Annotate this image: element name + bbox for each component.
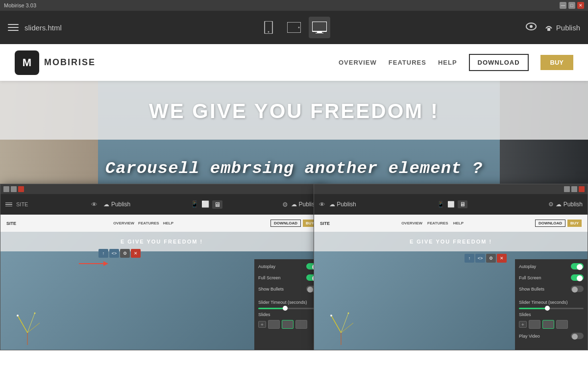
nav-link-features[interactable]: FEATURES <box>389 59 426 66</box>
n2-fullscreen-toggle[interactable] <box>571 274 584 281</box>
nested-slide-2[interactable] <box>282 320 294 329</box>
nav-links: OVERVIEW FEATURES HELP DOWNLOAD BUY <box>339 54 573 71</box>
nested2-toolbar: 👁 ☁ Publish 📱 ⬜ 🖥 ⚙ ☁ Publish <box>314 194 588 215</box>
nested2-publish2[interactable]: ☁ Publish <box>556 201 583 208</box>
brand-name: MOBIRISE <box>44 57 96 68</box>
download-button[interactable]: DOWNLOAD <box>469 54 529 71</box>
nested-bet-del[interactable]: ✕ <box>131 249 141 258</box>
n2-timer-slider[interactable] <box>519 308 584 309</box>
n2-slider-thumb[interactable] <box>545 306 550 311</box>
slide-title: Carousell embrsing another element ? <box>105 159 483 178</box>
toolbar-left: sliders.html <box>8 24 62 32</box>
nested2-preview-icon[interactable]: 👁 <box>319 201 325 208</box>
nested-slider-thumb[interactable] <box>283 306 288 311</box>
nested-menu-icon[interactable] <box>5 202 12 207</box>
desktop-view-button[interactable] <box>309 17 330 38</box>
menu-button[interactable] <box>8 24 19 31</box>
nested2-bet-del[interactable]: ✕ <box>497 254 507 263</box>
n2-bullets-toggle[interactable] <box>571 286 584 292</box>
nested-dl-btn[interactable]: DOWNLOAD <box>270 220 301 227</box>
maximize-button[interactable]: □ <box>568 2 575 9</box>
n2-slides-label: Slides <box>519 312 584 317</box>
nested2-bet-gear[interactable]: ⚙ <box>486 254 496 263</box>
nav-link-help[interactable]: HELP <box>438 59 457 66</box>
nested2-mobile[interactable]: 📱 <box>437 201 444 208</box>
publish-button[interactable]: Publish <box>544 24 580 32</box>
nested-bet-code[interactable]: <> <box>109 249 119 258</box>
n2-slide-2[interactable] <box>542 320 554 329</box>
hero-title: WE GIVE YOU FREEDOM ! <box>0 86 588 123</box>
n2-autoplay-row: Autoplay <box>519 263 584 270</box>
device-switcher <box>258 17 330 38</box>
nested2-hero-title: E GIVE YOU FREEDOM ! <box>410 239 492 245</box>
nav-link-overview[interactable]: OVERVIEW <box>339 59 377 66</box>
nested-desktop-btn[interactable]: 🖥 <box>212 200 222 209</box>
nested2-device-btns: 📱 ⬜ 🖥 <box>437 200 467 208</box>
nested-preview-btn[interactable]: 👁 <box>88 200 100 209</box>
nested2-publish-label[interactable]: ☁ Publish <box>329 201 356 208</box>
nested-add-slide-btn[interactable]: + <box>258 321 266 328</box>
nested-slide-1[interactable] <box>268 320 280 329</box>
nested2-download-btn[interactable]: DOWNLOAD <box>535 220 565 227</box>
close-button[interactable]: ✕ <box>577 2 584 9</box>
nested-slides-section: Slides + <box>258 312 319 329</box>
nested2-buy-btn[interactable]: BUY <box>567 220 582 227</box>
svg-line-31 <box>331 316 341 333</box>
nested2-bet-up[interactable]: ↑ <box>465 254 474 263</box>
nested2-tablet[interactable]: ⬜ <box>447 201 455 208</box>
nested-timer-slider[interactable] <box>258 308 319 309</box>
n2-slide-3[interactable] <box>556 320 568 329</box>
n2-slide-1[interactable] <box>529 320 540 329</box>
svg-marker-30 <box>103 261 108 266</box>
nested-slides-label: Slides <box>258 312 319 317</box>
svg-rect-5 <box>317 31 322 33</box>
n2-playvideo-label: Play Video <box>519 334 540 339</box>
nested-bet-gear[interactable]: ⚙ <box>120 249 130 258</box>
n2-fullscreen-label: Full Screen <box>519 275 541 280</box>
n2-slides-section: Slides + <box>519 312 584 329</box>
mobile-view-button[interactable] <box>258 17 279 38</box>
window-titlebar: Mobirise 3.03 — □ ✕ <box>0 0 588 11</box>
toolbar-right: Publish <box>526 22 580 33</box>
svg-point-35 <box>348 313 349 314</box>
nested-device-switcher: 👁 ☁ Publish <box>88 200 130 209</box>
preview-button[interactable] <box>526 22 537 33</box>
nested2-sparkle <box>324 311 358 345</box>
svg-point-1 <box>268 31 270 33</box>
svg-point-26 <box>17 315 19 317</box>
minimize-button[interactable]: — <box>560 2 566 9</box>
n2-playvideo-row: Play Video <box>519 333 584 339</box>
nested2-bet-code[interactable]: <> <box>475 254 485 263</box>
nested2-block-toolbar: ↑ <> ⚙ ✕ <box>465 254 507 263</box>
nested2-settings-icon[interactable]: ⚙ <box>548 201 554 208</box>
nested2-desktop[interactable]: 🖥 <box>458 200 467 208</box>
buy-button[interactable]: BUY <box>540 55 573 70</box>
nested-tablet-btn[interactable]: ⬜ <box>201 200 209 209</box>
nested-autoplay-row: Autoplay <box>258 263 319 270</box>
nested-screenshot-right: 👁 ☁ Publish 📱 ⬜ 🖥 ⚙ ☁ Publish SIT <box>314 184 588 350</box>
n2-playvideo-toggle[interactable] <box>571 333 584 339</box>
nested2-titlebar <box>314 184 588 194</box>
svg-rect-6 <box>316 33 323 33</box>
nested-settings-icon[interactable]: ⚙ <box>282 201 288 208</box>
n2-fullscreen-row: Full Screen <box>519 274 584 281</box>
nested2-left: 👁 ☁ Publish <box>319 201 356 208</box>
nested2-right: ⚙ ☁ Publish <box>548 201 583 208</box>
nested-ctrl-close <box>18 186 24 192</box>
nested-filename: SITE <box>16 201 28 207</box>
tablet-view-button[interactable] <box>283 17 305 38</box>
nested-autoplay-label: Autoplay <box>258 264 275 269</box>
nested-mobile-btn[interactable]: 📱 <box>191 200 198 209</box>
nested-slide-3[interactable] <box>295 320 307 329</box>
n2-add-slide-btn[interactable]: + <box>519 321 527 328</box>
nested-timer-row: Slider Timeout (seconds) <box>258 297 319 309</box>
nested-arrow <box>79 256 108 273</box>
n2-autoplay-toggle[interactable] <box>571 263 584 270</box>
nested-publish-btn[interactable]: ☁ Publish <box>103 201 130 208</box>
nested-ctrl-min <box>3 186 9 192</box>
svg-rect-9 <box>547 28 550 31</box>
nested-site-nav: SITE OVERVIEW FEATURES HELP DOWNLOAD BUY <box>0 215 323 232</box>
nested-bullets-label: Show Bullets <box>258 287 284 292</box>
nested-ctrl-max <box>11 186 17 192</box>
nested2-banner: E GIVE YOU FREEDOM ! <box>314 232 588 251</box>
